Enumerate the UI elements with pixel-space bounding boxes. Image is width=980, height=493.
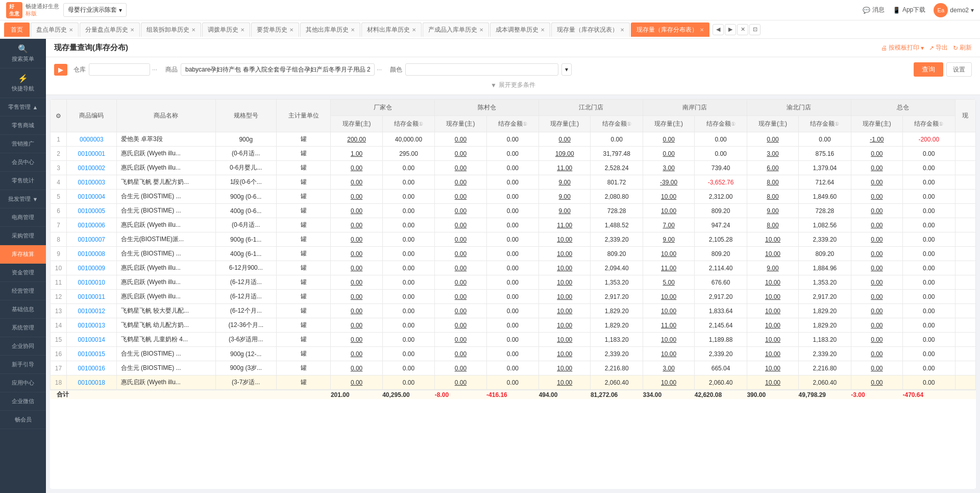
close-icon[interactable]: ✕ (289, 27, 293, 33)
ck6-qty[interactable]: 0.00 (851, 275, 902, 290)
product-input[interactable] (181, 63, 375, 76)
ck2-qty[interactable]: 0.00 (435, 347, 486, 361)
ck1-qty[interactable]: 0.00 (331, 204, 382, 218)
ck2-qty[interactable]: 0.00 (435, 361, 486, 375)
ck5-qty[interactable]: 9.00 (747, 204, 798, 218)
sidebar-item-search[interactable]: 🔍 搜索英单 (0, 39, 46, 68)
ck3-qty[interactable]: 10.00 (539, 232, 591, 247)
ck6-qty[interactable]: 0.00 (851, 175, 902, 190)
ck3-qty[interactable]: 10.00 (539, 375, 591, 390)
close-icon[interactable]: ✕ (351, 27, 355, 33)
close-icon[interactable]: ✕ (191, 27, 195, 33)
sidebar-item-vip[interactable]: 畅会员 (0, 411, 46, 429)
ck2-qty[interactable]: 0.00 (435, 147, 486, 161)
ck1-qty[interactable]: 0.00 (331, 190, 382, 204)
ck3-qty[interactable]: 0.00 (539, 132, 591, 147)
ck1-qty[interactable]: 0.00 (331, 347, 382, 361)
ck6-qty[interactable]: 0.00 (851, 161, 902, 175)
ck1-qty[interactable]: 0.00 (331, 232, 382, 247)
ck6-qty[interactable]: 0.00 (851, 304, 902, 318)
product-code[interactable]: 00100004 (67, 190, 117, 204)
tab-xiancun-dist[interactable]: 现存量（库存分布表） ✕ (631, 22, 709, 37)
ck6-qty[interactable]: 0.00 (851, 218, 902, 232)
ck6-qty[interactable]: 0.00 (851, 361, 902, 375)
ck5-qty[interactable]: 10.00 (747, 275, 798, 290)
app-download-button[interactable]: 📱 App下载 (893, 6, 925, 14)
close-icon[interactable]: ✕ (620, 27, 624, 33)
ck2-qty[interactable]: 0.00 (435, 318, 486, 333)
product-code[interactable]: 00100015 (67, 347, 117, 361)
ck2-qty[interactable]: 0.00 (435, 175, 486, 190)
ck6-qty[interactable]: 0.00 (851, 261, 902, 275)
expand-conditions[interactable]: ▼ 展开更多条件 (54, 81, 972, 89)
message-button[interactable]: 💬 消息 (863, 6, 885, 14)
close-icon[interactable]: ✕ (130, 27, 134, 33)
collapse-button[interactable]: ▶ (54, 64, 67, 76)
ck4-qty[interactable]: 0.00 (643, 147, 695, 161)
ck6-qty[interactable]: 0.00 (851, 232, 902, 247)
sidebar-item-finance[interactable]: 资金管理 (0, 264, 46, 282)
ck2-qty[interactable]: 0.00 (435, 304, 486, 318)
ck3-qty[interactable]: 10.00 (539, 247, 591, 261)
ck3-qty[interactable]: 10.00 (539, 290, 591, 304)
ck5-qty[interactable]: 10.00 (747, 333, 798, 347)
ck1-qty[interactable]: 1.00 (331, 147, 382, 161)
ck4-qty[interactable]: 5.00 (643, 275, 695, 290)
ck5-qty[interactable]: 6.00 (747, 161, 798, 175)
ck4-qty[interactable]: 10.00 (643, 375, 695, 390)
close-icon[interactable]: ✕ (412, 27, 416, 33)
ck4-qty[interactable]: 10.00 (643, 247, 695, 261)
product-code[interactable]: 00100001 (67, 147, 117, 161)
ck5-qty[interactable]: 10.00 (747, 290, 798, 304)
product-code[interactable]: 00100012 (67, 304, 117, 318)
ck6-qty[interactable]: 0.00 (851, 318, 902, 333)
warehouse-dots[interactable]: ··· (150, 66, 159, 73)
ck1-qty[interactable]: 0.00 (331, 261, 382, 275)
ck5-qty[interactable]: 0.00 (747, 132, 798, 147)
product-code[interactable]: 00100018 (67, 375, 117, 390)
ck1-qty[interactable]: 0.00 (331, 247, 382, 261)
ck3-qty[interactable]: 10.00 (539, 318, 591, 333)
ck5-qty[interactable]: 8.00 (747, 175, 798, 190)
product-code[interactable]: 00100014 (67, 333, 117, 347)
color-input[interactable] (405, 63, 558, 76)
sidebar-item-retail-stats[interactable]: 零售统计 (0, 172, 46, 190)
ck4-qty[interactable]: 7.00 (643, 218, 695, 232)
industry-selector[interactable]: 母婴行业演示陈套 ▾ (63, 3, 127, 17)
ck5-qty[interactable]: 10.00 (747, 247, 798, 261)
ck3-qty[interactable]: 9.00 (539, 204, 591, 218)
ck1-qty[interactable]: 0.00 (331, 361, 382, 375)
ck4-qty[interactable]: 10.00 (643, 204, 695, 218)
ck6-qty[interactable]: 0.00 (851, 290, 902, 304)
ck2-qty[interactable]: 0.00 (435, 290, 486, 304)
ck3-qty[interactable]: 9.00 (539, 175, 591, 190)
ck5-qty[interactable]: 8.00 (747, 190, 798, 204)
ck3-qty[interactable]: 11.00 (539, 161, 591, 175)
refresh-button[interactable]: ↻ 刷新 (953, 43, 972, 52)
tab-home[interactable]: 首页 (4, 22, 30, 37)
tab-pandian[interactable]: 盘点单历史 ✕ (31, 22, 79, 37)
close-icon[interactable]: ✕ (479, 27, 483, 33)
ck3-qty[interactable]: 9.00 (539, 190, 591, 204)
sidebar-item-quicknav[interactable]: ⚡ 快捷导航 (0, 68, 46, 98)
ck4-qty[interactable]: 9.00 (643, 232, 695, 247)
ck4-qty[interactable]: 10.00 (643, 304, 695, 318)
ck1-qty[interactable]: 0.00 (331, 304, 382, 318)
ck3-qty[interactable]: 10.00 (539, 261, 591, 275)
ck6-qty[interactable]: 0.00 (851, 247, 902, 261)
sidebar-item-inventory[interactable]: 库存核算 (0, 245, 46, 264)
ck2-qty[interactable]: 0.00 (435, 132, 486, 147)
ck2-qty[interactable]: 0.00 (435, 275, 486, 290)
ck2-qty[interactable]: 0.00 (435, 204, 486, 218)
nav-prev-button[interactable]: ◀ (713, 24, 724, 35)
ck6-qty[interactable]: 0.00 (851, 190, 902, 204)
ck4-qty[interactable]: 10.00 (643, 290, 695, 304)
ck3-qty[interactable]: 10.00 (539, 347, 591, 361)
sidebar-item-ops[interactable]: 经营管理 (0, 282, 46, 300)
setting-button[interactable]: 设置 (946, 62, 972, 77)
ck3-qty[interactable]: 10.00 (539, 275, 591, 290)
color-dropdown-button[interactable]: ▾ (561, 63, 572, 76)
ck1-qty[interactable]: 0.00 (331, 290, 382, 304)
sidebar-item-ecommerce[interactable]: 电商管理 (0, 208, 46, 227)
nav-menu-button[interactable]: ⊡ (749, 24, 761, 35)
